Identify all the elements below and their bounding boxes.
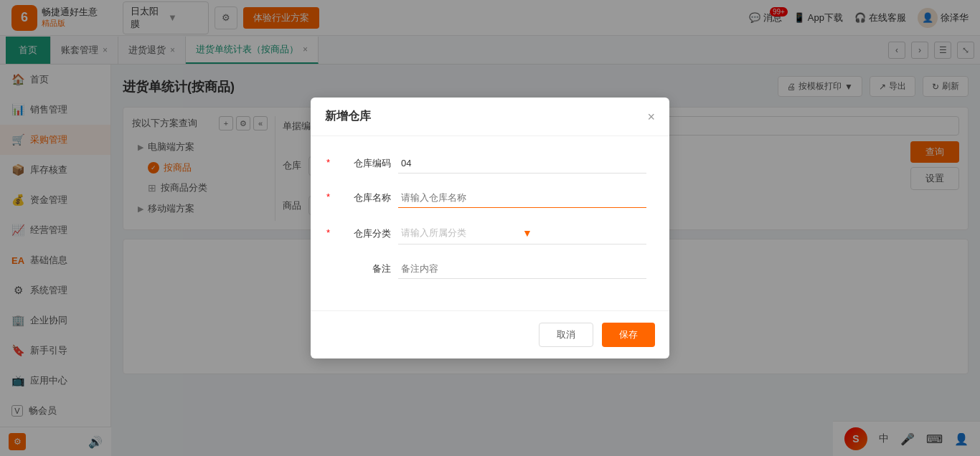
form-row-code: 仓库编码 <box>334 153 646 174</box>
modal-overlay: 新增仓库 × 仓库编码 仓库名称 仓库分类 请输入所属分类 ▼ <box>0 0 980 456</box>
remark-label: 备注 <box>334 262 391 275</box>
form-row-remark: 备注 <box>334 259 646 279</box>
code-label: 仓库编码 <box>334 157 391 170</box>
category-arrow-icon: ▼ <box>522 227 644 239</box>
name-input[interactable] <box>398 188 646 208</box>
save-button[interactable]: 保存 <box>602 323 655 347</box>
category-label: 仓库分类 <box>334 227 391 240</box>
code-input[interactable] <box>398 153 646 174</box>
category-placeholder: 请输入所属分类 <box>401 227 522 239</box>
remark-input[interactable] <box>398 259 646 279</box>
category-select[interactable]: 请输入所属分类 ▼ <box>398 222 646 244</box>
dialog-close-button[interactable]: × <box>647 110 655 123</box>
form-row-name: 仓库名称 <box>334 188 646 208</box>
form-row-category: 仓库分类 请输入所属分类 ▼ <box>334 222 646 244</box>
name-label: 仓库名称 <box>334 191 391 204</box>
dialog-new-warehouse: 新增仓库 × 仓库编码 仓库名称 仓库分类 请输入所属分类 ▼ <box>311 98 669 358</box>
cancel-button[interactable]: 取消 <box>539 323 593 347</box>
dialog-footer: 取消 保存 <box>311 310 669 358</box>
dialog-body: 仓库编码 仓库名称 仓库分类 请输入所属分类 ▼ 备注 <box>311 136 669 310</box>
dialog-title: 新增仓库 <box>325 109 371 124</box>
dialog-header: 新增仓库 × <box>311 98 669 136</box>
